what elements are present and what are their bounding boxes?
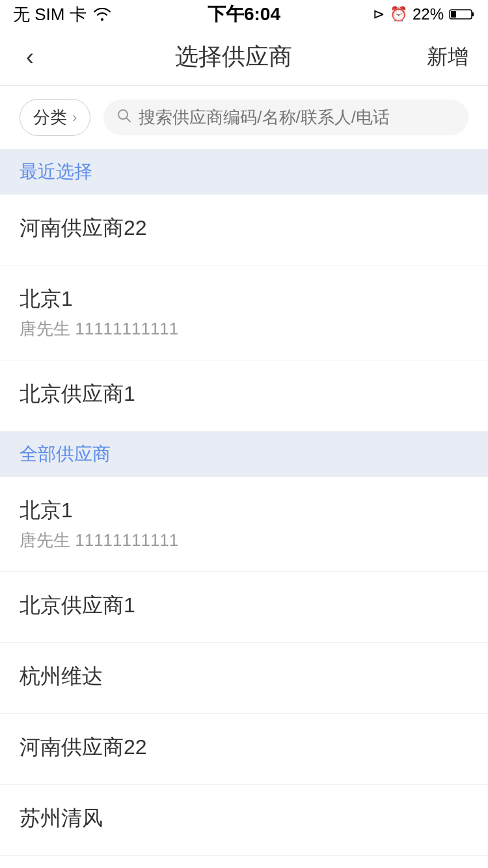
item-name: 北京1 <box>20 496 468 525</box>
item-name: 杭州维达 <box>20 662 468 691</box>
list-item[interactable]: 北京供应商1 <box>0 360 488 431</box>
chevron-right-icon: › <box>72 109 77 126</box>
status-time: 下午6:04 <box>208 2 280 27</box>
recent-section-header: 最近选择 <box>0 149 488 195</box>
status-right: ⊳ ⏰ 22% <box>373 5 475 23</box>
item-name: 北京供应商1 <box>20 380 468 409</box>
recent-list: 河南供应商22北京1唐先生 11111111111北京供应商1 <box>0 195 488 431</box>
filter-bar: 分类 › <box>0 86 488 149</box>
category-button[interactable]: 分类 › <box>20 99 90 136</box>
list-item[interactable]: 北京1唐先生 11111111111 <box>0 477 488 572</box>
svg-rect-2 <box>451 11 456 18</box>
category-label: 分类 <box>33 106 67 129</box>
svg-line-4 <box>126 118 130 122</box>
item-sub: 唐先生 11111111111 <box>20 318 468 340</box>
battery-icon <box>449 8 475 21</box>
search-input[interactable] <box>139 107 455 128</box>
item-name: 苏州清风 <box>20 804 468 833</box>
status-bar: 无 SIM 卡 下午6:04 ⊳ ⏰ 22% <box>0 0 488 29</box>
list-item[interactable]: 河南供应商22 <box>0 714 488 785</box>
all-list: 北京1唐先生 11111111111北京供应商1杭州维达河南供应商22苏州清风 <box>0 477 488 856</box>
item-name: 河南供应商22 <box>20 733 468 762</box>
list-item[interactable]: 杭州维达 <box>0 643 488 714</box>
page-title: 选择供应商 <box>175 41 292 73</box>
all-section-header: 全部供应商 <box>0 431 488 477</box>
alarm-icon: ⏰ <box>390 6 407 23</box>
svg-rect-1 <box>472 12 474 16</box>
all-section-label: 全部供应商 <box>20 444 111 464</box>
sim-status: 无 SIM 卡 <box>13 3 87 26</box>
list-item[interactable]: 北京1唐先生 11111111111 <box>0 265 488 360</box>
battery-percent: 22% <box>413 5 444 23</box>
list-item[interactable]: 河南供应商22 <box>0 195 488 265</box>
add-button[interactable]: 新增 <box>427 43 468 72</box>
wifi-icon <box>93 8 111 21</box>
status-left: 无 SIM 卡 <box>13 3 111 26</box>
location-icon: ⊳ <box>373 6 385 23</box>
item-sub: 唐先生 11111111111 <box>20 529 468 552</box>
back-button[interactable]: ‹ <box>20 37 40 77</box>
item-name: 北京1 <box>20 285 468 314</box>
recent-section-label: 最近选择 <box>20 161 92 182</box>
list-item[interactable]: 北京供应商1 <box>0 572 488 643</box>
item-name: 北京供应商1 <box>20 591 468 620</box>
search-icon <box>116 108 132 128</box>
search-box[interactable] <box>103 100 468 135</box>
list-item[interactable]: 苏州清风 <box>0 785 488 856</box>
nav-bar: ‹ 选择供应商 新增 <box>0 29 488 86</box>
item-name: 河南供应商22 <box>20 214 468 243</box>
